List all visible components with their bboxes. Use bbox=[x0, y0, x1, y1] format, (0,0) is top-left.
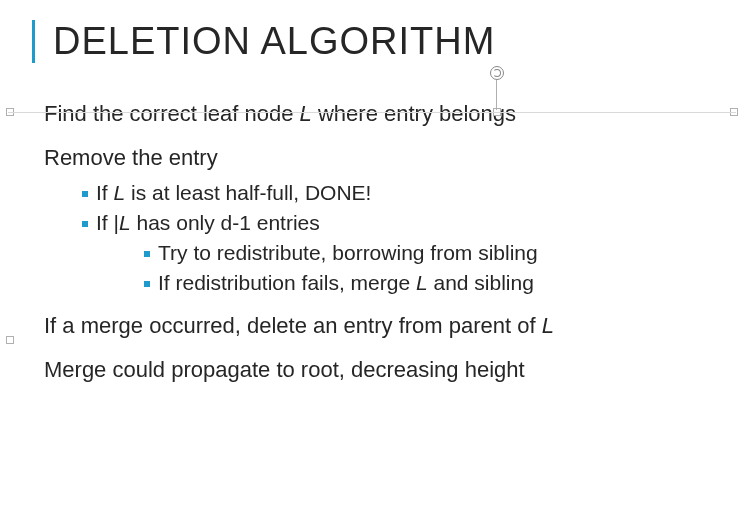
text: If a merge occurred, delete an entry fro… bbox=[44, 313, 542, 338]
text: If bbox=[96, 211, 114, 234]
line-d-minus-1: If |L has only d-1 entries bbox=[82, 211, 728, 235]
text: where entry belongs bbox=[312, 101, 516, 126]
var-L: L bbox=[119, 211, 131, 234]
slide-title: DELETION ALGORITHM bbox=[53, 20, 728, 63]
var-L: L bbox=[300, 101, 312, 126]
remove-entry-group: Remove the entry If L is at least half-f… bbox=[44, 145, 728, 295]
title-block[interactable]: DELETION ALGORITHM bbox=[32, 20, 728, 63]
line-merge-parent: If a merge occurred, delete an entry fro… bbox=[44, 313, 728, 339]
line-propagate: Merge could propagate to root, decreasin… bbox=[44, 357, 728, 383]
line-merge: If redistribution fails, merge L and sib… bbox=[144, 271, 728, 295]
text: If redistribution fails, merge bbox=[158, 271, 416, 294]
rotate-connector-icon bbox=[496, 80, 497, 110]
bullet-icon bbox=[82, 191, 88, 197]
slide-container: DELETION ALGORITHM Find the correct leaf… bbox=[0, 0, 744, 512]
line-remove-entry: Remove the entry bbox=[44, 145, 728, 171]
frame-top-border bbox=[8, 112, 736, 113]
var-L: L bbox=[114, 181, 126, 204]
var-L: L bbox=[416, 271, 428, 294]
text: Try to redistribute, borrowing from sibl… bbox=[158, 241, 538, 264]
line-find-leaf: Find the correct leaf node L where entry… bbox=[44, 101, 728, 127]
bullet-icon bbox=[144, 281, 150, 287]
text: If bbox=[96, 181, 114, 204]
text: Find the correct leaf node bbox=[44, 101, 300, 126]
var-L: L bbox=[542, 313, 554, 338]
rotate-handle-icon[interactable] bbox=[490, 66, 504, 80]
text: is at least half-full, DONE! bbox=[125, 181, 371, 204]
resize-handle-left2-icon[interactable] bbox=[6, 336, 14, 344]
line-half-full: If L is at least half-full, DONE! bbox=[82, 181, 728, 205]
text: and sibling bbox=[428, 271, 534, 294]
line-redistribute: Try to redistribute, borrowing from sibl… bbox=[144, 241, 728, 265]
bullet-icon bbox=[82, 221, 88, 227]
bullet-icon bbox=[144, 251, 150, 257]
text: has only d-1 entries bbox=[131, 211, 320, 234]
content-text-frame[interactable]: Find the correct leaf node L where entry… bbox=[32, 75, 728, 383]
